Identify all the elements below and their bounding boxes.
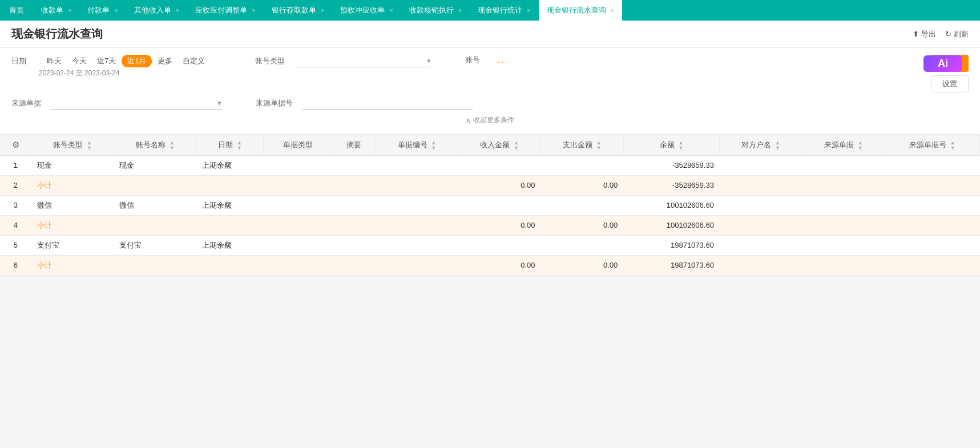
table-cell [885,175,979,195]
page-header: 现金银行流水查询 ⬆ 导出 ↻ 刷新 [0,21,980,48]
table-row: 3微信微信上期余额100102606.60 [0,195,980,215]
export-button[interactable]: ⬆ 导出 [913,29,936,39]
table-cell: 6 [0,255,31,275]
date-7days[interactable]: 近7天 [92,55,120,67]
sort-icon: ▲▼ [87,140,92,151]
account-type-input[interactable] [294,55,427,67]
table-cell [802,215,885,235]
table-cell [376,255,458,275]
table-cell: 1 [0,155,31,175]
nav-item-6[interactable]: 收款核销执行 × [401,0,470,21]
nav-item-5[interactable]: 预收冲应收单 × [332,0,401,21]
table-cell: 5 [0,235,31,255]
table-cell [264,155,332,175]
close-icon[interactable]: × [176,0,179,21]
table-cell [376,155,458,175]
top-nav: 首页 收款单 × 付款单 × 其他收入单 × 应收应付调整单 × 银行存取款单 … [0,0,980,21]
close-icon[interactable]: × [321,0,324,21]
nav-item-3[interactable]: 应收应付调整单 × [187,0,263,21]
ai-button[interactable]: Ai [923,55,962,72]
source-doc-label: 来源单据 [11,98,41,108]
col-account-type[interactable]: 账号类型 ▲▼ [31,135,114,156]
date-label: 日期 [11,56,34,66]
table-cell: 微信 [31,195,114,215]
table-cell [885,195,979,215]
settings-button[interactable]: 设置 [931,75,969,92]
table-cell [376,215,458,235]
source-doc-no-input[interactable] [302,97,473,109]
col-doc-type[interactable]: 单据类型 [264,135,332,156]
nav-home[interactable]: 首页 [0,0,33,21]
date-options: 昨天 今天 近7天 近1月 更多 自定义 [42,55,209,67]
date-custom[interactable]: 自定义 [178,55,209,67]
col-expense[interactable]: 支出金额 ▲▼ [541,135,624,156]
date-more[interactable]: 更多 [153,55,177,67]
close-icon[interactable]: × [527,0,530,21]
table-cell [196,175,264,195]
close-icon[interactable]: × [611,0,614,21]
col-doc-no[interactable]: 单据编号 ▲▼ [376,135,458,156]
collapse-bar[interactable]: ∧ 收起更多条件 [11,113,969,130]
nav-item-8[interactable]: 现金银行流水查询 × [539,0,622,21]
col-date[interactable]: 日期 ▲▼ [196,135,264,156]
nav-item-7[interactable]: 现金银行统计 × [470,0,538,21]
table-row: 2小计0.000.00-3528659.33 [0,175,980,195]
date-range: 2023-02-24 至 2023-03-24 [39,68,209,78]
table-cell [885,235,979,255]
table-cell: 上期余额 [196,235,264,255]
table-cell [332,235,376,255]
close-icon[interactable]: × [389,0,393,21]
account-ellipsis[interactable]: ... [497,55,508,65]
dropdown-arrow-icon[interactable]: ▾ [427,56,431,65]
close-icon[interactable]: × [252,0,255,21]
close-icon[interactable]: × [458,0,462,21]
table-cell [802,155,885,175]
table-cell: -3528659.33 [623,155,720,175]
account-type-label: 账号类型 [255,56,285,66]
table-cell [376,235,458,255]
date-1month[interactable]: 近1月 [122,55,152,67]
table-row: 6小计0.000.0019871073.60 [0,255,980,275]
close-icon[interactable]: × [114,0,118,21]
col-account-name[interactable]: 账号名称 ▲▼ [114,135,196,156]
table-cell: 100102606.60 [623,195,720,215]
source-doc-arrow-icon[interactable]: ▾ [217,99,221,107]
table-cell: 0.00 [541,215,624,235]
col-source-doc[interactable]: 来源单据 ▲▼ [802,135,885,156]
col-summary[interactable]: 摘要 [332,135,376,156]
date-yesterday[interactable]: 昨天 [42,55,66,67]
table-cell: -3528659.33 [623,175,720,195]
nav-item-0[interactable]: 收款单 × [33,0,79,21]
refresh-button[interactable]: ↻ 刷新 [945,29,969,39]
col-income[interactable]: 收入金额 ▲▼ [458,135,541,156]
table-cell [264,215,332,235]
nav-item-2[interactable]: 其他收入单 × [126,0,187,21]
sort-icon: ▲▼ [950,140,955,151]
table-cell: 3 [0,195,31,215]
sort-icon: ▲▼ [775,140,780,151]
table-cell: 小计 [31,215,114,235]
table-cell [114,175,196,195]
table-container: ⚙ 账号类型 ▲▼ 账号名称 ▲▼ 日期 ▲▼ 单据类型 摘要 [0,135,980,276]
table-cell [802,195,885,215]
date-today[interactable]: 今天 [67,55,91,67]
source-doc-no-input-wrapper[interactable] [302,97,473,110]
account-type-select[interactable]: ▾ [294,55,431,67]
col-balance[interactable]: 余额 ▲▼ [623,135,720,156]
col-source-doc-no[interactable]: 来源单据号 ▲▼ [885,135,979,156]
source-doc-no-label: 来源单据号 [256,98,293,108]
table-cell [541,235,624,255]
source-doc-select[interactable]: ▾ [50,97,221,110]
close-icon[interactable]: × [68,0,71,21]
col-counterparty[interactable]: 对方户名 ▲▼ [720,135,802,156]
export-icon: ⬆ [913,30,919,38]
table-cell [720,175,802,195]
gear-icon[interactable]: ⚙ [12,140,19,150]
col-gear[interactable]: ⚙ [0,135,31,156]
source-doc-input[interactable] [50,97,217,109]
table-cell [332,195,376,215]
table-cell [802,175,885,195]
nav-item-1[interactable]: 付款单 × [79,0,126,21]
nav-item-4[interactable]: 银行存取款单 × [264,0,332,21]
table-cell [885,155,979,175]
